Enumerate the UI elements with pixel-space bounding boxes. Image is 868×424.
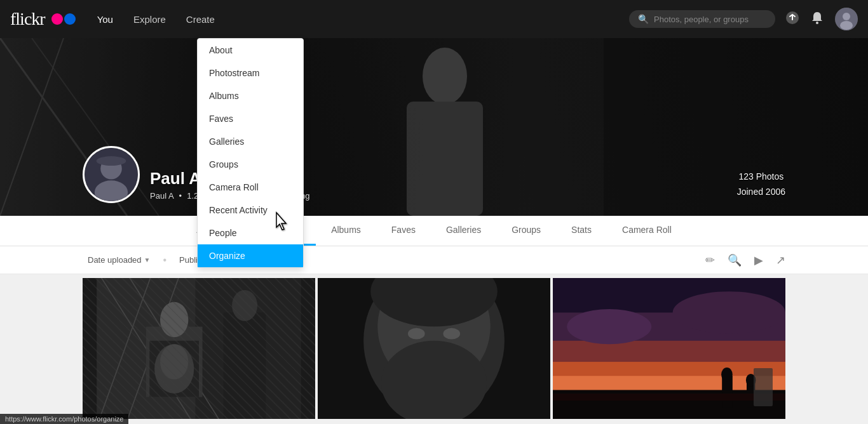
tab-stats[interactable]: Stats (556, 216, 607, 246)
svg-rect-25 (146, 327, 203, 397)
search-box[interactable]: 🔍 (629, 10, 775, 28)
search-icon: 🔍 (638, 14, 649, 24)
navbar: flickr You Explore Create 🔍 (0, 0, 868, 38)
search-input[interactable] (654, 15, 766, 24)
svg-point-3 (843, 13, 850, 20)
tab-camera-roll[interactable]: Camera Roll (607, 216, 687, 246)
svg-line-24 (125, 278, 182, 419)
logo-area[interactable]: flickr (10, 9, 76, 29)
share-icon[interactable]: ↗ (776, 253, 785, 267)
svg-rect-12 (407, 102, 483, 216)
user-avatar-nav[interactable] (835, 8, 858, 30)
flickr-logo: flickr (10, 9, 45, 29)
svg-rect-20 (97, 278, 195, 419)
nav-create[interactable]: Create (177, 9, 224, 30)
svg-line-21 (97, 278, 195, 419)
svg-point-37 (443, 328, 460, 340)
svg-point-15 (95, 180, 128, 203)
upload-button[interactable] (785, 11, 799, 28)
photos-count: 123 (738, 171, 753, 182)
svg-rect-18 (83, 278, 315, 419)
joined-label: Joined 2006 (737, 187, 785, 197)
svg-rect-53 (553, 394, 785, 401)
toolbar-right: ✏ 🔍 ▶ ↗ (705, 253, 785, 267)
dropdown-albums[interactable]: Albums (198, 84, 303, 107)
edit-icon[interactable]: ✏ (705, 253, 715, 267)
svg-point-29 (160, 344, 188, 379)
svg-point-36 (408, 328, 425, 340)
tab-galleries[interactable]: Galleries (431, 216, 496, 246)
search-photos-icon[interactable]: 🔍 (728, 253, 742, 267)
svg-rect-19 (97, 278, 301, 419)
svg-point-47 (673, 291, 785, 334)
date-label: Date uploaded (88, 255, 142, 265)
svg-point-46 (567, 309, 651, 344)
profile-stat-name: Paul A (150, 191, 174, 201)
dropdown-people[interactable]: People (198, 222, 303, 244)
you-dropdown: About Photostream Albums Faves Galleries… (197, 38, 304, 268)
svg-line-22 (125, 278, 224, 419)
svg-point-26 (160, 302, 188, 337)
profile-banner: Paul A... Paul A • 1.2k Followers • 233 … (0, 38, 868, 216)
nav-icons (785, 8, 858, 30)
svg-point-4 (840, 21, 853, 30)
nav-explore[interactable]: Explore (125, 9, 175, 30)
svg-rect-27 (149, 341, 199, 397)
photo-item-1[interactable] (83, 278, 315, 419)
dropdown-about[interactable]: About (198, 39, 303, 62)
tab-groups[interactable]: Groups (496, 216, 556, 246)
date-dropdown-arrow: ▼ (144, 256, 151, 263)
dot-pink (51, 13, 63, 25)
tab-navigation: About Photostream Albums Faves Galleries… (0, 216, 868, 246)
photo-item-3[interactable] (553, 278, 785, 419)
date-dropdown[interactable]: Date uploaded ▼ (83, 253, 155, 267)
tab-albums[interactable]: Albums (316, 216, 376, 246)
stat-separator-1: • (179, 191, 182, 201)
dropdown-photostream[interactable]: Photostream (198, 62, 303, 84)
svg-point-11 (423, 48, 467, 105)
svg-point-50 (721, 368, 733, 381)
status-url: https://www.flickr.com/photos/organize (5, 415, 123, 423)
dropdown-groups[interactable]: Groups (198, 153, 303, 176)
status-bar: https://www.flickr.com/photos/organize (0, 414, 128, 424)
svg-point-1 (816, 22, 818, 24)
tab-faves[interactable]: Faves (376, 216, 431, 246)
photo-item-2[interactable] (318, 278, 550, 419)
svg-rect-17 (102, 157, 120, 164)
nav-you[interactable]: You (88, 9, 122, 30)
svg-line-23 (97, 278, 153, 419)
dropdown-galleries[interactable]: Galleries (198, 130, 303, 153)
svg-point-31 (232, 290, 257, 321)
notifications-button[interactable] (811, 11, 824, 28)
profile-joined: 123 Photos Joined 2006 (737, 171, 785, 197)
dropdown-organize[interactable]: Organize (198, 244, 303, 267)
profile-avatar[interactable] (83, 146, 140, 203)
nav-links: You Explore Create (88, 9, 224, 30)
photo-grid (0, 274, 868, 423)
dropdown-faves[interactable]: Faves (198, 107, 303, 130)
dropdown-recent-activity[interactable]: Recent Activity (198, 199, 303, 222)
svg-point-28 (154, 344, 194, 394)
toolbar-separator: • (163, 255, 166, 266)
photo-toolbar: Date uploaded ▼ • Public view ▼ ✏ 🔍 ▶ ↗ (0, 246, 868, 274)
photos-count-label: 123 Photos (737, 171, 785, 182)
dropdown-camera-roll[interactable]: Camera Roll (198, 176, 303, 199)
nav-search-area: 🔍 (629, 8, 858, 30)
svg-point-52 (746, 374, 756, 387)
slideshow-icon[interactable]: ▶ (754, 253, 763, 267)
dot-blue (64, 13, 76, 25)
svg-rect-30 (224, 312, 266, 419)
flickr-dots (51, 13, 76, 25)
